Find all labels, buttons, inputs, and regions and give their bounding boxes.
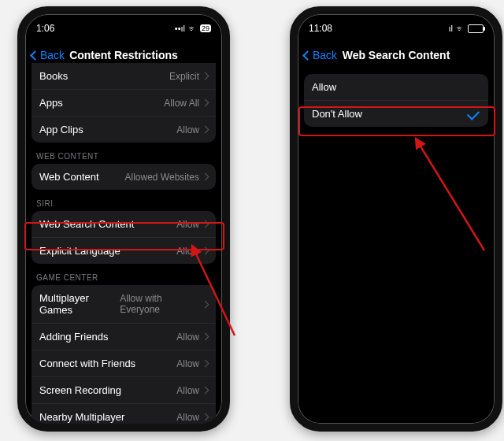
- wifi-icon: ᯤ: [188, 24, 197, 33]
- row-label: Allow: [312, 81, 336, 93]
- row-label: Screen Recording: [39, 384, 121, 396]
- back-button[interactable]: Back: [32, 49, 65, 61]
- row-value: Allow All: [164, 98, 199, 109]
- row-web-content[interactable]: Web Content Allowed Websites: [32, 164, 216, 190]
- group-web: Web Content Allowed Websites: [32, 164, 216, 190]
- phone-left: 1:06 ••ıl ᯤ 29 Back Content Restrictions…: [17, 6, 230, 432]
- svg-line-1: [416, 139, 484, 250]
- annotation-arrow-1: [187, 241, 250, 343]
- checkmark-icon: [467, 107, 480, 120]
- row-label: App Clips: [39, 124, 83, 135]
- row-label: Web Content: [39, 171, 99, 183]
- back-label: Back: [313, 49, 337, 61]
- svg-line-0: [192, 246, 235, 335]
- row-nearby-multiplayer[interactable]: Nearby Multiplayer Allow: [32, 403, 216, 424]
- row-app-clips[interactable]: App Clips Allow: [32, 116, 216, 143]
- row-value: Allow: [176, 412, 199, 423]
- row-dont-allow[interactable]: Don't Allow: [304, 100, 488, 127]
- row-value: Allowed Websites: [125, 172, 200, 183]
- group-options: Allow Don't Allow: [304, 74, 488, 127]
- status-time: 11:08: [309, 23, 332, 34]
- status-time: 1:06: [36, 23, 54, 34]
- row-screen-recording[interactable]: Screen Recording Allow: [32, 376, 216, 403]
- row-label: Books: [39, 70, 68, 82]
- row-label: Connect with Friends: [39, 358, 135, 369]
- group-media: Books Explicit Apps Allow All App Clips …: [32, 63, 216, 143]
- row-allow[interactable]: Allow: [304, 74, 488, 100]
- chevron-right-icon: [202, 220, 209, 228]
- signal-icon: ıl: [449, 24, 454, 33]
- chevron-left-icon: [30, 50, 40, 61]
- wifi-icon: ᯤ: [456, 24, 465, 33]
- row-books[interactable]: Books Explicit: [32, 63, 216, 89]
- back-label: Back: [40, 49, 65, 61]
- dynamic-island: [372, 17, 420, 30]
- dynamic-island: [94, 19, 153, 35]
- battery-icon: [468, 24, 484, 33]
- signal-icon: ••ıl: [175, 24, 185, 33]
- row-label: Don't Allow: [312, 108, 362, 120]
- row-connect-friends[interactable]: Connect with Friends Allow: [32, 350, 216, 376]
- chevron-right-icon: [202, 413, 209, 421]
- row-label: Multiplayer Games: [39, 292, 120, 316]
- row-label: Apps: [39, 97, 63, 109]
- chevron-right-icon: [202, 387, 209, 395]
- status-indicators: ıl ᯤ: [449, 24, 484, 33]
- row-web-search-content[interactable]: Web Search Content Allow: [32, 211, 216, 237]
- row-label: Adding Friends: [39, 331, 108, 343]
- row-label: Web Search Content: [39, 218, 134, 230]
- chevron-right-icon: [202, 360, 209, 368]
- chevron-right-icon: [202, 72, 209, 80]
- section-web-content: WEB CONTENT: [25, 143, 222, 164]
- chevron-right-icon: [202, 173, 209, 181]
- battery-badge: 29: [200, 24, 211, 32]
- row-value: Allow: [176, 124, 199, 135]
- row-value: Allow: [176, 358, 199, 369]
- row-apps[interactable]: Apps Allow All: [32, 89, 216, 116]
- row-label: Nearby Multiplayer: [39, 411, 124, 423]
- row-value: Explicit: [169, 71, 199, 82]
- row-label: Explicit Language: [39, 245, 120, 257]
- row-value: Allow: [176, 219, 199, 230]
- chevron-left-icon: [302, 50, 313, 61]
- status-indicators: ••ıl ᯤ 29: [175, 24, 211, 33]
- chevron-right-icon: [202, 126, 209, 134]
- section-siri: SIRI: [25, 190, 222, 211]
- annotation-arrow-2: [410, 132, 496, 258]
- back-button[interactable]: Back: [304, 49, 337, 61]
- row-value: Allow: [176, 385, 199, 396]
- chevron-right-icon: [202, 99, 209, 107]
